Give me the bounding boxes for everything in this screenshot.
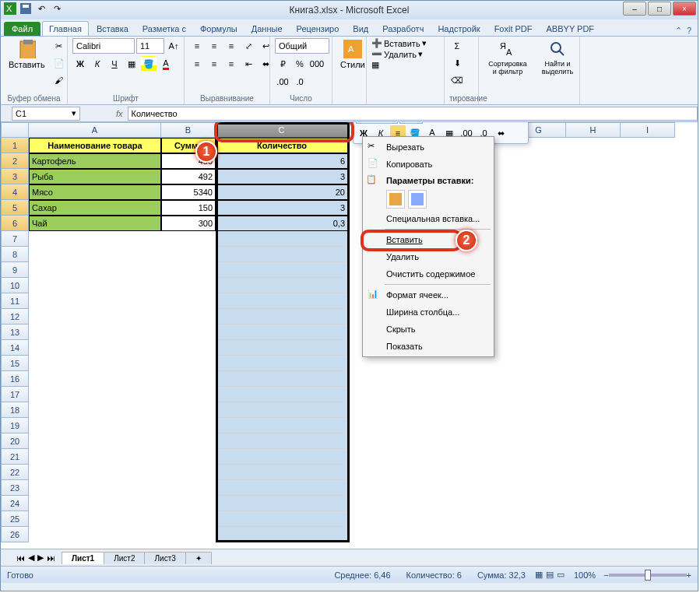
cell-empty[interactable] — [216, 325, 348, 340]
cell-empty[interactable] — [216, 371, 348, 387]
row-header-11[interactable]: 11 — [1, 293, 29, 309]
tab-view[interactable]: Вид — [346, 22, 375, 36]
row-header-7[interactable]: 7 — [1, 231, 29, 247]
cell-empty[interactable] — [216, 340, 348, 356]
insert-cells-button[interactable]: ➕Вставить▾ — [371, 38, 427, 48]
tab-layout[interactable]: Разметка с — [136, 22, 192, 36]
grow-font-icon[interactable]: A↑ — [166, 38, 181, 54]
tab-nav-prev[interactable]: ◀ — [28, 553, 34, 563]
col-header-H[interactable]: H — [566, 122, 621, 138]
tab-home[interactable]: Главная — [42, 21, 89, 36]
mt-grow-icon[interactable]: A↑ — [424, 122, 440, 124]
view-normal-icon[interactable]: ▦ — [535, 570, 543, 580]
row-header-19[interactable]: 19 — [1, 418, 29, 433]
italic-button[interactable]: К — [90, 56, 105, 72]
zoom-in-button[interactable]: + — [687, 570, 691, 580]
cell-empty[interactable] — [216, 511, 348, 527]
row-header-23[interactable]: 23 — [1, 480, 29, 496]
percent-icon[interactable]: % — [292, 56, 308, 72]
font-name-combo[interactable]: Calibri — [72, 38, 135, 54]
row-header-10[interactable]: 10 — [1, 278, 29, 293]
table-cell[interactable]: Сахар — [29, 200, 161, 216]
underline-button[interactable]: Ч — [107, 56, 122, 72]
cm-cut[interactable]: ✂Вырезать — [364, 139, 492, 156]
sort-filter-button[interactable]: ЯАСортировка и фильтр — [484, 38, 532, 77]
row-header-8[interactable]: 8 — [1, 247, 29, 262]
close-button[interactable]: × — [673, 2, 696, 16]
maximize-button[interactable]: □ — [648, 2, 671, 16]
col-header-A[interactable]: A — [29, 122, 161, 138]
align-left-icon[interactable]: ≡ — [189, 56, 205, 72]
cm-paste-special[interactable]: Специальная вставка... — [364, 210, 492, 227]
new-sheet-button[interactable]: ✦ — [185, 552, 212, 564]
table-cell[interactable]: 3 — [216, 200, 348, 216]
cm-show[interactable]: Показать — [364, 338, 492, 355]
row-header-21[interactable]: 21 — [1, 449, 29, 465]
align-top-icon[interactable]: ≡ — [189, 38, 205, 54]
help-icon[interactable]: ? — [687, 26, 691, 36]
undo-icon[interactable]: ↶ — [35, 2, 47, 15]
row-header-18[interactable]: 18 — [1, 402, 29, 418]
tab-developer[interactable]: Разработч — [376, 22, 430, 36]
cell-empty[interactable] — [216, 418, 348, 433]
table-cell[interactable]: 150 — [161, 200, 216, 216]
decrease-decimal-icon[interactable]: .0 — [292, 74, 308, 89]
table-cell[interactable]: Чай — [29, 216, 161, 231]
table-header-cell[interactable]: Наименование товара — [29, 138, 161, 153]
paste-button[interactable]: Вставить — [5, 38, 48, 71]
cell-empty[interactable] — [216, 387, 348, 402]
bold-button[interactable]: Ж — [72, 56, 88, 72]
row-header-3[interactable]: 3 — [1, 169, 29, 184]
cut-icon[interactable]: ✂ — [51, 38, 67, 54]
row-header-22[interactable]: 22 — [1, 465, 29, 480]
table-cell[interactable]: 0,3 — [216, 216, 348, 231]
align-middle-icon[interactable]: ≡ — [206, 38, 222, 54]
mt-currency-icon[interactable]: ₽ — [459, 122, 474, 124]
mt-size-combo[interactable]: 11 — [399, 122, 423, 124]
copy-icon[interactable]: 📄 — [51, 55, 67, 71]
styles-button[interactable]: AСтили — [337, 38, 368, 71]
align-right-icon[interactable]: ≡ — [223, 56, 239, 72]
minimize-ribbon-icon[interactable]: ⌃ — [675, 26, 682, 36]
comma-icon[interactable]: 000 — [309, 56, 325, 72]
table-cell[interactable]: 20 — [216, 184, 348, 200]
tab-insert[interactable]: Вставка — [90, 22, 135, 36]
row-header-5[interactable]: 5 — [1, 200, 29, 216]
cell-empty[interactable] — [216, 433, 348, 449]
tab-data[interactable]: Данные — [245, 22, 289, 36]
row-header-1[interactable]: 1 — [1, 138, 29, 153]
table-cell[interactable]: 3 — [216, 169, 348, 184]
tab-formulas[interactable]: Формулы — [194, 22, 244, 36]
mt-font-combo[interactable]: Calibri — [356, 122, 398, 124]
cm-hide[interactable]: Скрыть — [364, 321, 492, 338]
autosum-icon[interactable]: Σ — [449, 38, 465, 54]
tab-review[interactable]: Рецензиро — [290, 22, 346, 36]
zoom-slider[interactable] — [609, 574, 687, 577]
col-header-C[interactable]: C — [216, 122, 348, 138]
orientation-icon[interactable]: ⤢ — [241, 38, 256, 54]
cell-empty[interactable] — [216, 231, 348, 247]
table-cell[interactable]: 6 — [216, 153, 348, 169]
format-painter-icon[interactable]: 🖌 — [51, 72, 67, 88]
row-header-15[interactable]: 15 — [1, 356, 29, 371]
formula-input[interactable]: Количество — [128, 107, 698, 121]
cell-empty[interactable] — [216, 247, 348, 262]
mt-merge-icon[interactable]: ⬌ — [493, 125, 508, 141]
tab-nav-first[interactable]: ⏮ — [16, 553, 25, 563]
table-header-cell[interactable]: Количество — [216, 138, 348, 153]
paste-option-1[interactable] — [386, 190, 405, 209]
cell-empty[interactable] — [216, 496, 348, 511]
cell-empty[interactable] — [216, 480, 348, 496]
mt-shrink-icon[interactable]: A↓ — [441, 122, 457, 124]
cm-colwidth[interactable]: Ширина столбца... — [364, 304, 492, 321]
redo-icon[interactable]: ↷ — [51, 2, 63, 15]
cm-clear[interactable]: Очистить содержимое — [364, 265, 492, 282]
align-bottom-icon[interactable]: ≡ — [223, 38, 239, 54]
minimize-button[interactable]: – — [623, 2, 646, 16]
increase-decimal-icon[interactable]: .00 — [275, 74, 290, 89]
align-center-icon[interactable]: ≡ — [206, 56, 222, 72]
cell-empty[interactable] — [216, 527, 348, 542]
mt-percent-icon[interactable]: % — [476, 122, 491, 124]
row-header-14[interactable]: 14 — [1, 340, 29, 356]
select-all-corner[interactable] — [1, 122, 29, 138]
